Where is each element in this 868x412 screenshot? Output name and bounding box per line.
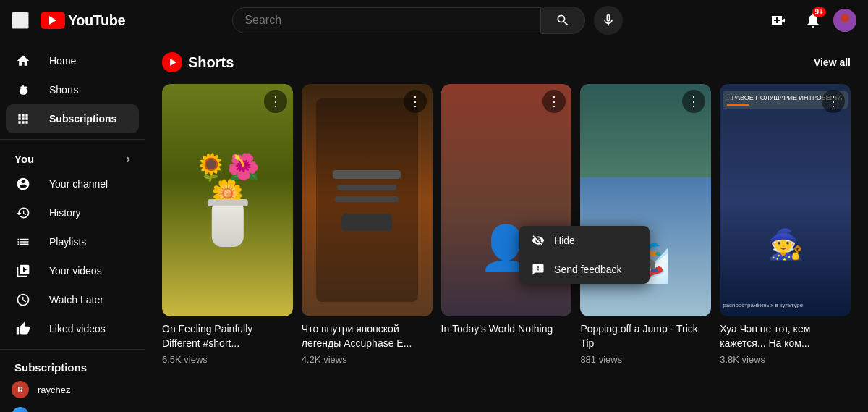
better-voice-avatar: B <box>12 407 29 412</box>
context-menu-hide-label: Hide <box>554 235 575 246</box>
short-views-2: 4.2K views <box>302 354 433 365</box>
mic-icon <box>601 13 616 28</box>
short-card-5[interactable]: ПРАВОЕ ПОЛУШАРИЕ ИНТРОВЕРТА 🧙 распростра… <box>720 84 851 368</box>
home-icon <box>14 52 32 70</box>
subscriptions-icon <box>14 110 32 127</box>
search-bar <box>232 6 623 35</box>
shorts-section-title: Shorts <box>188 54 234 71</box>
create-icon <box>770 12 787 29</box>
sidebar-item-label: Home <box>49 55 76 67</box>
shorts-section-header: Shorts View all <box>162 52 851 72</box>
topbar-right: 9+ <box>764 6 856 35</box>
sidebar-divider-2 <box>0 349 145 350</box>
topbar-left: YouTube <box>12 12 156 29</box>
search-input-wrap <box>232 7 541 33</box>
short-card-2[interactable]: ⋮ Что внутри японской легенды Accuphase … <box>302 84 433 368</box>
topbar: YouTube 9+ <box>0 0 868 41</box>
context-menu: Hide Send feedback <box>519 226 650 284</box>
sidebar: Home Shorts Subscriptions You › Your cha… <box>0 41 145 412</box>
short-title-1: On Feeling Painfully Different #short... <box>162 322 293 350</box>
subscription-label: raychez <box>38 384 71 395</box>
short-views-4: 881 views <box>580 354 711 365</box>
sidebar-item-watch-later[interactable]: Watch Later <box>6 285 139 314</box>
short-views-5: 3.8K views <box>720 354 851 365</box>
sidebar-item-label: Subscriptions <box>49 113 116 125</box>
avatar-image <box>833 9 856 32</box>
channel-icon <box>14 175 32 193</box>
search-icon <box>556 13 570 28</box>
search-input[interactable] <box>233 8 540 33</box>
sidebar-item-history[interactable]: History <box>6 198 139 227</box>
shorts-nav-icon <box>14 81 32 98</box>
watch-later-icon <box>14 291 32 308</box>
history-icon <box>14 204 32 222</box>
sidebar-item-home[interactable]: Home <box>6 46 139 75</box>
short-menu-button-5[interactable]: ⋮ <box>822 90 845 113</box>
yt-logo-text: YouTube <box>68 12 125 29</box>
short-card-1[interactable]: 🌻🌺🌼 ⋮ On Feeling Painfully Different #sh… <box>162 84 293 368</box>
hide-icon <box>531 233 545 248</box>
short-title-2: Что внутри японской легенды Accuphase E.… <box>302 322 433 350</box>
sidebar-item-shorts[interactable]: Shorts <box>6 75 139 104</box>
create-button[interactable] <box>764 6 793 35</box>
context-menu-feedback[interactable]: Send feedback <box>519 255 650 284</box>
sidebar-item-your-videos[interactable]: Your videos <box>6 256 139 285</box>
short-info-3: In Today's World Nothing <box>441 316 572 342</box>
sidebar-item-your-channel[interactable]: Your channel <box>6 169 139 198</box>
avatar[interactable] <box>833 9 856 32</box>
sidebar-item-label: Playlists <box>49 236 86 248</box>
context-menu-feedback-label: Send feedback <box>554 264 621 275</box>
short-menu-button-1[interactable]: ⋮ <box>264 90 287 113</box>
short-title-4: Popping off a Jump - Trick Tip <box>580 322 711 350</box>
short-card-3[interactable]: 👤 ⋮ In Today's World Nothing Hide <box>441 84 572 368</box>
short-title-3: In Today's World Nothing <box>441 322 572 337</box>
short-thumbnail-2 <box>302 84 433 316</box>
sidebar-item-label: History <box>49 207 81 219</box>
shorts-section-icon <box>162 52 182 72</box>
you-section-title: You › <box>0 146 145 169</box>
short-views-1: 6.5K views <box>162 354 293 365</box>
menu-button[interactable] <box>12 12 29 29</box>
sidebar-item-liked-videos[interactable]: Liked videos <box>6 314 139 343</box>
raychez-avatar: R <box>12 381 29 398</box>
sidebar-item-raychez[interactable]: R raychez <box>0 377 145 403</box>
short-info-5: Хуа Чэн не тот, кем кажется... На ком...… <box>720 316 851 367</box>
youtube-logo[interactable]: YouTube <box>41 12 125 29</box>
short-menu-button-2[interactable]: ⋮ <box>404 90 427 113</box>
short-info-4: Popping off a Jump - Trick Tip 881 views <box>580 316 711 367</box>
sidebar-item-label: Shorts <box>49 84 78 96</box>
content-area: Shorts View all 🌻🌺🌼 ⋮ On Fe <box>145 41 868 412</box>
section-title-row: Shorts <box>162 52 234 72</box>
short-thumbnail-1: 🌻🌺🌼 <box>162 84 293 316</box>
notifications-button[interactable]: 9+ <box>799 6 827 35</box>
svg-point-1 <box>841 14 849 22</box>
sidebar-item-label: Your channel <box>49 178 108 190</box>
liked-icon <box>14 320 32 337</box>
sidebar-divider <box>0 139 145 140</box>
context-menu-hide[interactable]: Hide <box>519 226 650 255</box>
search-button[interactable] <box>541 7 585 34</box>
view-all-button[interactable]: View all <box>814 56 851 68</box>
yt-logo-icon <box>41 12 65 29</box>
sidebar-item-subscriptions[interactable]: Subscriptions <box>6 104 139 133</box>
short-info-1: On Feeling Painfully Different #short...… <box>162 316 293 367</box>
sidebar-item-label: Watch Later <box>49 294 103 306</box>
notification-badge: 9+ <box>812 7 826 17</box>
shorts-grid: 🌻🌺🌼 ⋮ On Feeling Painfully Different #sh… <box>162 84 851 368</box>
sidebar-item-playlists[interactable]: Playlists <box>6 227 139 256</box>
short-menu-button-4[interactable]: ⋮ <box>682 90 705 113</box>
short-info-2: Что внутри японской легенды Accuphase E.… <box>302 316 433 367</box>
subscriptions-section-title: Subscriptions <box>0 356 145 377</box>
playlists-icon <box>14 233 32 251</box>
sidebar-item-label: Liked videos <box>49 323 106 335</box>
short-thumbnail-5: ПРАВОЕ ПОЛУШАРИЕ ИНТРОВЕРТА 🧙 распростра… <box>720 84 851 316</box>
short-title-5: Хуа Чэн не тот, кем кажется... На ком... <box>720 322 851 350</box>
mic-button[interactable] <box>594 6 623 35</box>
feedback-icon <box>531 262 545 277</box>
main-layout: Home Shorts Subscriptions You › Your cha… <box>0 41 868 412</box>
sidebar-item-label: Your videos <box>49 265 102 277</box>
sidebar-item-better-voice[interactable]: B Better Voice <box>0 403 145 412</box>
your-videos-icon <box>14 262 32 279</box>
you-chevron: › <box>126 151 130 167</box>
